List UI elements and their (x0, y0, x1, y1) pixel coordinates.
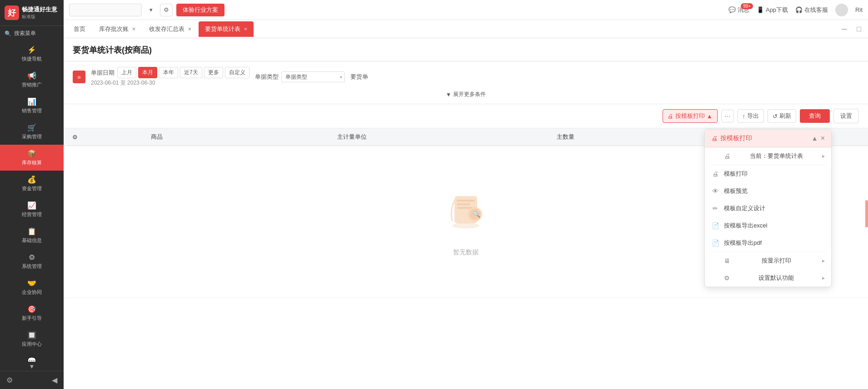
sidebar-logo: 好 畅捷通好生意 标准版 (0, 0, 64, 26)
export-pdf-icon: 📄 (711, 239, 719, 247)
purchase-icon: 🛒 (27, 123, 36, 132)
date-btn-this-month[interactable]: 本月 (138, 67, 157, 78)
sidebar: 好 畅捷通好生意 标准版 🔍 搜索菜单 ⚡ 快捷导航 📢 营销推广 📊 销售管理… (0, 0, 64, 389)
sidebar-item-app-center[interactable]: 🔲 应用中心 (0, 326, 64, 352)
date-controls: 单据日期 上月 本月 本年 近7天 更多 自定义 (91, 67, 249, 78)
sidebar-item-basic[interactable]: 📋 基础信息 (0, 222, 64, 248)
settings-btn[interactable]: 设置 (833, 109, 859, 123)
date-btn-last-month[interactable]: 上月 (117, 67, 136, 78)
action-bar: 🖨 按模板打印 ▲ ⋯ ↑ 导出 ↺ 刷新 查询 设置 (64, 104, 868, 128)
sidebar-item-purchase[interactable]: 🛒 采购管理 (0, 119, 64, 145)
date-btn-more[interactable]: 更多 (204, 67, 223, 78)
date-btn-this-year[interactable]: 本年 (159, 67, 178, 78)
col-product: 商品 (86, 128, 227, 146)
settings-icon[interactable]: ⚙ (6, 376, 13, 384)
sidebar-scroll-down[interactable]: ▼ (0, 362, 64, 371)
filter-row: » 单据日期 上月 本月 本年 近7天 更多 自定义 2 (73, 67, 859, 87)
dropdown-close-btn[interactable]: × (821, 134, 825, 142)
refresh-btn[interactable]: ↺ 刷新 (768, 109, 796, 123)
col-settings[interactable]: ⚙ (64, 128, 86, 146)
export-btn[interactable]: ↑ 导出 (738, 109, 764, 123)
username-label[interactable]: Rit (855, 6, 863, 13)
marketing-icon: 📢 (27, 71, 36, 80)
sidebar-item-system[interactable]: ⚙ 系统管理 (0, 248, 64, 274)
sidebar-item-marketing[interactable]: 📢 营销推广 (0, 67, 64, 93)
dropdown-current-item[interactable]: 🖨 当前：要货单统计表 ▸ (705, 147, 831, 165)
sidebar-item-enterprise[interactable]: 🤝 企业协同 (0, 274, 64, 300)
filter-type-select[interactable]: 单据类型 (281, 71, 345, 82)
print-icon: 🖨 (668, 113, 673, 120)
wechat-icon: 💬 (27, 357, 36, 362)
tab-inventory-batch[interactable]: 库存批次账 × (93, 21, 142, 37)
message-btn[interactable]: 💬 消息 99+ (728, 6, 749, 14)
filter-date-group: 单据日期 上月 本月 本年 近7天 更多 自定义 2023-06-01 至 20… (91, 67, 249, 87)
svg-point-0 (452, 223, 479, 228)
dropdown-item-export-pdf[interactable]: 📄 按模板导出pdf (705, 234, 831, 252)
date-btn-7days[interactable]: 近7天 (180, 67, 202, 78)
display-print-chevron: ▸ (822, 258, 825, 264)
user-avatar[interactable] (835, 4, 848, 16)
topbar-gear-btn[interactable]: ⚙ (160, 4, 173, 16)
tab-minimize-btn[interactable]: ─ (839, 24, 850, 35)
svg-rect-2 (457, 200, 475, 202)
tab-close-receivables[interactable]: × (188, 26, 191, 32)
topbar-right: 💬 消息 99+ 📱 App下载 🎧 在线客服 Rit (728, 4, 863, 16)
message-badge: 99+ (741, 3, 753, 9)
basic-icon: 📋 (27, 227, 36, 236)
sidebar-item-operation[interactable]: 📈 经营管理 (0, 197, 64, 222)
dropdown-default-func[interactable]: ⚙ 设置默认功能 ▸ (705, 269, 831, 287)
quick-nav-icon: ⚡ (27, 45, 36, 54)
trial-btn[interactable]: 体验行业方案 (176, 4, 224, 16)
app-download-btn[interactable]: 📱 App下载 (757, 6, 788, 14)
app-icon: 📱 (757, 6, 764, 13)
tab-home[interactable]: 首页 (67, 21, 92, 37)
date-btn-custom[interactable]: 自定义 (225, 67, 249, 78)
type-label: 单据类型 (255, 73, 279, 81)
tabs-bar: 首页 库存批次账 × 收发存汇总表 × 要货单统计表 × ─ □ (64, 20, 868, 38)
filter-expand-btn[interactable]: » (73, 71, 85, 83)
dropdown-item-template-preview[interactable]: 👁 模板预览 (705, 182, 831, 200)
dropdown-item-template-print[interactable]: 🖨 模板打印 (705, 165, 831, 182)
sidebar-item-guide[interactable]: 🎯 新手引导 (0, 300, 64, 326)
scrollbar-thumb[interactable] (865, 200, 868, 227)
dropdown-header-right: ▲ × (812, 134, 825, 142)
sales-icon: 📊 (27, 97, 36, 106)
collapse-icon[interactable]: ◀ (52, 376, 57, 384)
query-btn[interactable]: 查询 (800, 109, 830, 123)
tab-close-inventory-batch[interactable]: × (132, 26, 135, 32)
app-logo-text: 畅捷通好生意 标准版 (22, 5, 57, 20)
dropdown-item-export-excel[interactable]: 📄 按模板导出excel (705, 217, 831, 234)
tab-maximize-btn[interactable]: □ (853, 24, 864, 35)
date-btn-group: 上月 本月 本年 近7天 更多 自定义 (117, 67, 249, 78)
template-print-icon: 🖨 (711, 170, 719, 177)
app-center-icon: 🔲 (27, 331, 36, 339)
sidebar-item-finance[interactable]: 💰 资金管理 (0, 171, 64, 197)
sidebar-item-inventory[interactable]: 📦 库存核算 (0, 145, 64, 171)
sidebar-item-quick-nav[interactable]: ⚡ 快捷导航 (0, 41, 64, 67)
nav-search-input[interactable] (69, 4, 142, 16)
dropdown-toggle-btn[interactable]: ▲ (812, 135, 818, 142)
enterprise-icon: 🤝 (27, 279, 36, 288)
filter-expand-more-btn[interactable]: ▼ 展开更多条件 (73, 91, 859, 98)
dropdown-item-template-design[interactable]: ✏ 模板自定义设计 (705, 200, 831, 217)
print-dropdown-menu: 🖨 按模板打印 ▲ × 🖨 当前：要货单统计表 ▸ 🖨 模板打印 👁 (704, 129, 832, 287)
sidebar-item-sales[interactable]: 📊 销售管理 (0, 93, 64, 119)
print-btn[interactable]: 🖨 按模板打印 ▲ (663, 109, 718, 123)
online-service-btn[interactable]: 🎧 在线客服 (795, 6, 828, 14)
nav-dropdown-btn[interactable]: ▾ (145, 5, 156, 15)
guide-icon: 🎯 (27, 305, 36, 313)
date-range-text: 2023-06-01 至 2023-06-30 (91, 79, 249, 87)
svg-rect-3 (457, 203, 470, 205)
more-btn[interactable]: ⋯ (721, 110, 734, 122)
finance-icon: 💰 (27, 175, 36, 184)
page-title: 要货单统计表(按商品) (73, 45, 859, 56)
category-label: 要货单 (350, 73, 368, 81)
message-icon: 💬 (728, 6, 736, 13)
sidebar-item-wechat[interactable]: 💬 企业微信 (0, 352, 64, 362)
dropdown-display-print[interactable]: 🖥 按显示打印 ▸ (705, 252, 831, 269)
sidebar-search[interactable]: 🔍 搜索菜单 (0, 26, 64, 41)
tab-order-stats[interactable]: 要货单统计表 × (199, 21, 254, 37)
tab-receivables[interactable]: 收发存汇总表 × (143, 21, 198, 37)
refresh-icon: ↺ (773, 113, 778, 120)
tab-close-order-stats[interactable]: × (244, 26, 247, 32)
